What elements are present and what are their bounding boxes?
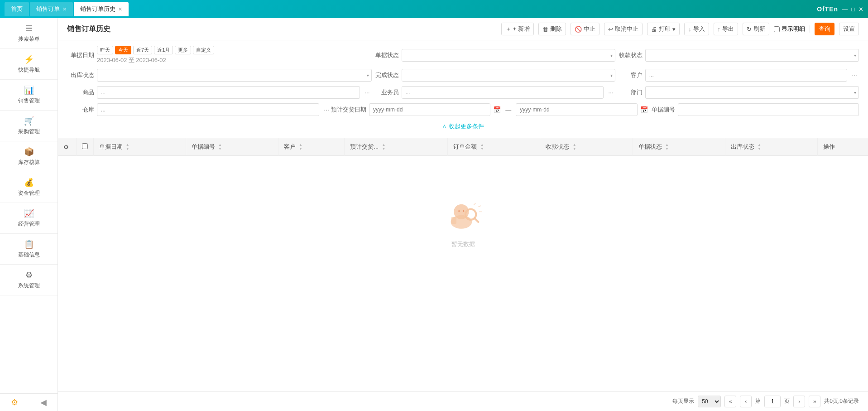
brand-label: OfTEn <box>817 5 838 13</box>
order-number-label: 单据编号 <box>648 106 675 114</box>
delivery-date-from[interactable] <box>369 103 490 116</box>
toolbar-divider <box>810 25 810 33</box>
salesperson-label: 业务员 <box>372 88 399 97</box>
order-status-sort-icons[interactable]: ▲ ▼ <box>665 143 669 151</box>
amount-sort-icons[interactable]: ▲ ▼ <box>480 143 484 151</box>
tab-home-label: 首页 <box>11 5 23 13</box>
tab-sales-order[interactable]: 销售订单 ✕ <box>30 2 73 16</box>
outbound-sort-icons[interactable]: ▲ ▼ <box>758 143 761 151</box>
col-actions: 操作 <box>817 138 868 156</box>
delete-button[interactable]: 🗑 删除 <box>538 23 566 35</box>
warehouse-ellipsis[interactable]: ··· <box>322 106 331 113</box>
pagination-bar: 每页显示 20 50 100 « ‹ 第 页 › » 共0页,0条记录 <box>58 391 868 411</box>
collapse-label: ∧ 收起更多条件 <box>442 123 484 130</box>
sidebar-item-base-info[interactable]: 📋 基础信息 <box>0 234 58 265</box>
filter-warehouse: 仓库 ··· <box>67 103 331 116</box>
customer-sort-icons[interactable]: ▲ ▼ <box>299 143 302 151</box>
maximize-btn[interactable]: □ <box>851 6 855 13</box>
date-sort-icons[interactable]: ▲ ▼ <box>126 143 129 151</box>
receipt-status-label: 收款状态 <box>615 51 643 59</box>
tab-home[interactable]: 首页 <box>5 2 29 16</box>
receipt-sort-icons[interactable]: ▲ ▼ <box>573 143 576 151</box>
sort-up: ▲ <box>758 143 761 147</box>
collapse-row[interactable]: ∧ 收起更多条件 <box>67 121 859 132</box>
sidebar-item-purchase[interactable]: 🛒 采购管理 <box>0 111 58 141</box>
sidebar-item-system[interactable]: ⚙ 系统管理 <box>0 265 58 295</box>
new-button[interactable]: ＋ + 新增 <box>501 23 534 35</box>
col-outbound-status: 出库状态 ▲ ▼ <box>725 138 817 156</box>
salesperson-ellipsis[interactable]: ··· <box>606 89 615 96</box>
last-page-btn[interactable]: » <box>809 396 820 407</box>
product-ellipsis[interactable]: ··· <box>363 89 372 96</box>
calendar-to-icon[interactable]: 📅 <box>640 106 648 113</box>
warehouse-input[interactable] <box>97 103 319 116</box>
sidebar-collapse-icon[interactable]: ◀ <box>40 397 47 407</box>
sidebar-item-capital[interactable]: 💰 资金管理 <box>0 172 58 203</box>
base-info-icon: 📋 <box>24 239 34 249</box>
delivery-date-to[interactable] <box>516 103 637 116</box>
sidebar-item-search-menu[interactable]: ☰ 搜索菜单 <box>0 18 58 49</box>
page-number-input[interactable] <box>764 396 781 407</box>
tab-sales-order-close[interactable]: ✕ <box>62 6 67 12</box>
refresh-button[interactable]: ↻ 刷新 <box>743 23 769 35</box>
product-input[interactable] <box>97 86 360 99</box>
minimize-btn[interactable]: — <box>842 6 848 13</box>
calendar-from-icon[interactable]: 📅 <box>493 106 501 113</box>
receipt-status-select[interactable] <box>645 49 859 62</box>
date-7days[interactable]: 近7天 <box>133 46 152 54</box>
salesperson-input[interactable] <box>402 86 604 99</box>
stop-button[interactable]: 🚫 中止 <box>571 23 599 35</box>
settings-button[interactable]: 设置 <box>839 23 859 35</box>
operations-icon: 📈 <box>24 208 34 218</box>
tab-sales-order-history-close[interactable]: ✕ <box>118 6 122 12</box>
customer-input[interactable] <box>645 69 847 82</box>
completion-status-select[interactable] <box>402 69 615 82</box>
close-btn[interactable]: ✕ <box>858 6 863 13</box>
number-sort-icons[interactable]: ▲ ▼ <box>218 143 222 151</box>
page-size-select[interactable]: 20 50 100 <box>698 396 721 407</box>
sidebar-item-operations[interactable]: 📈 经营管理 <box>0 203 58 234</box>
customer-ellipsis[interactable]: ··· <box>850 72 859 79</box>
sidebar-item-operations-label: 经营管理 <box>18 220 40 228</box>
svg-rect-6 <box>451 217 456 224</box>
department-select[interactable] <box>645 86 859 99</box>
top-bar: 首页 销售订单 ✕ 销售订单历史 ✕ OfTEn — □ ✕ <box>0 0 868 18</box>
export-label: 导出 <box>722 25 734 33</box>
sidebar-item-inventory-label: 库存核算 <box>18 159 40 166</box>
sales-icon: 📊 <box>24 85 34 95</box>
outbound-status-select[interactable] <box>97 69 372 82</box>
query-button[interactable]: 查询 <box>815 23 834 35</box>
import-button[interactable]: ↓ 导入 <box>684 23 709 35</box>
order-status-select[interactable] <box>402 49 615 62</box>
first-page-btn[interactable]: « <box>724 396 736 407</box>
filter-order-status: 单据状态 ▾ <box>372 49 615 62</box>
prev-page-btn[interactable]: ‹ <box>740 396 752 407</box>
sidebar-settings-icon[interactable]: ⚙ <box>11 397 18 407</box>
next-page-btn[interactable]: › <box>793 396 805 407</box>
date-label: 单据日期 <box>67 51 94 59</box>
export-button[interactable]: ↑ 导出 <box>714 23 739 35</box>
tab-sales-order-history[interactable]: 销售订单历史 ✕ <box>74 2 129 16</box>
inventory-icon: 📦 <box>24 147 34 157</box>
date-more[interactable]: 更多 <box>175 46 191 54</box>
date-1month[interactable]: 近1月 <box>154 46 173 54</box>
completion-status-select-wrapper: ▾ <box>402 69 615 82</box>
date-custom[interactable]: 自定义 <box>193 46 214 54</box>
col-gear[interactable]: ⚙ <box>58 138 76 156</box>
col-date: 单据日期 ▲ ▼ <box>93 138 186 156</box>
date-yesterday[interactable]: 昨天 <box>97 46 113 54</box>
select-all-checkbox[interactable] <box>82 143 88 149</box>
col-customer: 客户 ▲ ▼ <box>278 138 345 156</box>
sidebar-item-quick-nav[interactable]: ⚡ 快捷导航 <box>0 49 58 80</box>
delivery-sort-icons[interactable]: ▲ ▼ <box>382 143 385 151</box>
sidebar-item-sales[interactable]: 📊 销售管理 <box>0 80 58 111</box>
sidebar-item-inventory[interactable]: 📦 库存核算 <box>0 141 58 172</box>
sort-up: ▲ <box>480 143 484 147</box>
date-today[interactable]: 今天 <box>115 46 131 54</box>
filter-date: 单据日期 昨天 今天 近7天 近1月 更多 自定义 2023-06-02 <box>67 46 372 64</box>
display-col-checkbox[interactable] <box>774 26 780 32</box>
cancel-stop-button[interactable]: ↩ 取消中止 <box>604 23 643 35</box>
order-number-input[interactable] <box>678 103 859 116</box>
jump-label: 第 <box>755 397 761 405</box>
print-button[interactable]: 🖨 打印 ▾ <box>647 23 680 35</box>
